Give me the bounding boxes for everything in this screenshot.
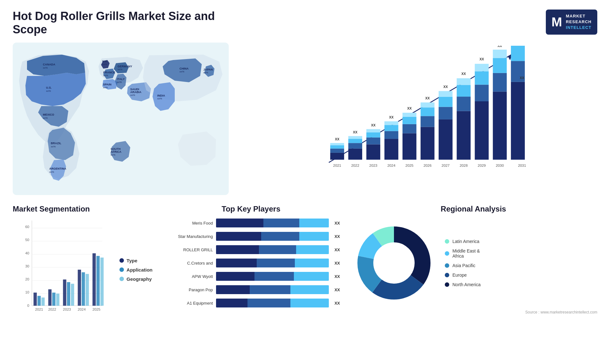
svg-text:50: 50	[25, 238, 29, 242]
player-bar	[216, 285, 329, 294]
player-bar	[216, 219, 329, 227]
player-name: ROLLER GRILL	[162, 247, 213, 252]
svg-rect-119	[48, 289, 51, 306]
svg-rect-42	[348, 143, 362, 149]
player-bar-wrap	[216, 245, 329, 254]
svg-rect-66	[421, 116, 435, 127]
svg-rect-50	[366, 129, 380, 133]
svg-text:xx%: xx%	[157, 97, 162, 100]
svg-text:xx%: xx%	[103, 86, 108, 89]
players-title: Top Key Players	[162, 205, 340, 213]
svg-text:2021: 2021	[333, 164, 341, 167]
svg-text:XX: XX	[498, 46, 502, 48]
player-bar-wrap	[216, 259, 329, 267]
bar-seg3	[290, 299, 329, 307]
svg-text:2023: 2023	[369, 164, 377, 167]
player-row: C.Cretors and XX	[162, 259, 340, 267]
player-bar	[216, 232, 329, 241]
svg-text:XX: XX	[389, 115, 394, 119]
svg-rect-47	[366, 145, 380, 160]
svg-text:U.S.: U.S.	[46, 86, 52, 89]
player-bar	[216, 272, 329, 281]
player-val: XX	[335, 261, 340, 266]
player-row: Star Manufacturing XX	[162, 232, 340, 241]
svg-rect-131	[92, 253, 96, 306]
bar-seg1	[216, 232, 261, 241]
bar-seg3	[290, 285, 329, 294]
svg-text:U.K.: U.K.	[102, 60, 108, 63]
player-val: XX	[335, 247, 340, 252]
player-bar-wrap	[216, 219, 329, 227]
bar-seg2	[263, 219, 299, 227]
source-text: Source : www.marketresearchintellect.com	[349, 310, 597, 314]
player-val: XX	[335, 287, 340, 292]
svg-rect-91	[493, 58, 507, 73]
svg-rect-121	[56, 293, 59, 306]
svg-text:AFRICA: AFRICA	[111, 150, 121, 153]
svg-text:2022: 2022	[351, 164, 359, 167]
legend-north-america: North America	[445, 282, 481, 287]
svg-rect-83	[475, 101, 489, 160]
player-name: A1 Equipment	[162, 301, 213, 306]
svg-rect-74	[439, 91, 453, 97]
svg-rect-35	[330, 153, 344, 160]
svg-text:2026: 2026	[424, 164, 431, 167]
svg-text:2022: 2022	[48, 307, 56, 311]
svg-text:10: 10	[25, 290, 29, 294]
svg-text:xx%: xx%	[46, 90, 51, 92]
svg-rect-44	[348, 136, 362, 139]
forecast-chart: XX 2021 XX 2022 XX 2023 XX 2024	[238, 43, 597, 195]
svg-rect-80	[457, 78, 471, 85]
svg-rect-59	[403, 133, 417, 160]
player-name: C.Cretors and	[162, 261, 213, 266]
svg-rect-129	[85, 274, 89, 306]
bar-seg2	[250, 285, 290, 294]
reg-dot-latin	[445, 239, 449, 244]
logo: M MARKET RESEARCH INTELLECT	[546, 10, 597, 35]
svg-rect-55	[384, 125, 398, 131]
svg-rect-123	[63, 280, 66, 306]
svg-text:XX: XX	[520, 76, 524, 80]
svg-rect-62	[403, 113, 417, 117]
svg-rect-124	[67, 282, 70, 306]
top-section: CANADA xx% U.S. xx% MEXICO xx% BRAZIL xx…	[13, 43, 597, 195]
svg-rect-67	[421, 107, 435, 116]
svg-text:2029: 2029	[478, 164, 486, 167]
svg-rect-115	[34, 293, 37, 306]
svg-text:2024: 2024	[387, 164, 395, 167]
svg-text:XX: XX	[407, 106, 412, 110]
segmentation-legend: Type Application Geography	[116, 217, 152, 322]
svg-text:SPAIN: SPAIN	[103, 83, 112, 86]
svg-rect-53	[384, 139, 398, 160]
bar-seg3	[295, 259, 329, 267]
svg-rect-85	[475, 71, 489, 85]
player-row: A1 Equipment XX	[162, 299, 340, 307]
svg-text:CHINA: CHINA	[180, 67, 189, 70]
svg-text:xx%: xx%	[49, 171, 54, 173]
svg-rect-60	[403, 124, 417, 133]
svg-text:XX: XX	[461, 72, 466, 76]
bar-seg1	[216, 219, 263, 227]
svg-rect-79	[457, 85, 471, 97]
player-row: APW Wyott XX	[162, 272, 340, 281]
svg-text:xx%: xx%	[102, 63, 107, 66]
bar-seg3	[299, 219, 329, 227]
player-row: ROLLER GRILL XX	[162, 245, 340, 254]
legend-dot-application	[119, 267, 124, 272]
regional-inner: Latin America Middle East &Africa Asia P…	[349, 219, 597, 307]
segmentation-chart: 0 10 20 30 40 50 60	[13, 217, 110, 322]
reg-dot-asia	[445, 263, 449, 268]
svg-text:2027: 2027	[442, 164, 450, 167]
legend-europe: Europe	[445, 273, 481, 278]
svg-rect-65	[421, 127, 435, 160]
svg-rect-48	[366, 138, 380, 145]
svg-text:ITALY: ITALY	[117, 78, 125, 81]
svg-rect-90	[493, 73, 507, 92]
svg-text:xx%: xx%	[130, 94, 135, 97]
bar-seg2	[254, 272, 294, 281]
svg-text:2030: 2030	[496, 164, 504, 167]
svg-text:2031: 2031	[518, 164, 526, 167]
player-val: XX	[335, 274, 340, 279]
svg-rect-78	[457, 97, 471, 111]
svg-rect-36	[330, 149, 344, 153]
